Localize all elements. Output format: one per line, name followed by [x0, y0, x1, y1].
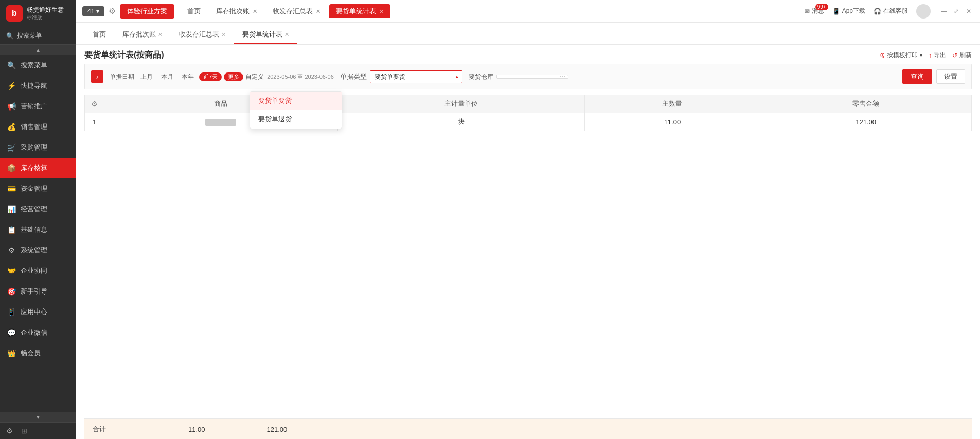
dropdown-item-order[interactable]: 要货单要货: [250, 92, 342, 110]
filter-bar: › 单据日期 上月 本月 本年 近7天 更多 自定义 2023-05-06 至 …: [84, 64, 972, 89]
date-shortcuts: 上月 本月 本年 近7天 更多 自定义: [137, 71, 264, 82]
sidebar-item-label: 快捷导航: [21, 81, 47, 90]
sidebar-search[interactable]: 🔍 搜索菜单: [0, 27, 76, 45]
print-button[interactable]: 🖨 按模板打印 ▾: [879, 51, 922, 60]
ph-tab-close-icon[interactable]: ✕: [158, 31, 163, 38]
sidebar-item-wechat[interactable]: 💬 企业微信: [0, 322, 76, 343]
tab-count-badge: 41 ▾: [82, 6, 104, 16]
sidebar-item-member[interactable]: 👑 畅会员: [0, 343, 76, 363]
column-amount: 零售金额: [760, 95, 972, 113]
search-icon: 🔍: [6, 60, 16, 70]
type-dropdown: 要货单要货 要货单退货: [250, 91, 342, 129]
sidebar-item-sales[interactable]: 💰 销售管理: [0, 117, 76, 137]
service-icon: 🎧: [874, 8, 881, 15]
column-settings-icon[interactable]: ⚙: [91, 100, 98, 108]
warehouse-filter-group: 要货仓库: [469, 72, 568, 81]
print-dropdown-icon[interactable]: ▾: [920, 52, 922, 58]
sidebar-item-label: 系统管理: [21, 246, 47, 255]
table-row: 1 块 11.00 121.00: [85, 113, 972, 131]
sidebar-item-basic[interactable]: 📋 基础信息: [0, 220, 76, 240]
tab-close-icon[interactable]: ✕: [379, 8, 384, 15]
refresh-button[interactable]: ↺ 刷新: [952, 51, 972, 60]
close-button[interactable]: ✕: [964, 6, 974, 16]
page-tab-库存批次账[interactable]: 库存批次账 ✕: [114, 26, 171, 44]
maximize-button[interactable]: ⤢: [951, 6, 961, 16]
tab-close-icon[interactable]: ✕: [316, 8, 320, 15]
sidebar-item-guide[interactable]: 🎯 新手引导: [0, 281, 76, 302]
tab-label: 首页: [187, 7, 201, 16]
page-content: 要货单统计表(按商品) 🖨 按模板打印 ▾ ↑ 导出 ↺ 刷新 ›: [76, 45, 980, 439]
tab-库存批次账[interactable]: 库存批次账✕: [209, 4, 264, 18]
dropdown-item-return[interactable]: 要货单退货: [250, 110, 342, 129]
marketing-icon: 📢: [6, 101, 16, 112]
tab-label: 库存批次账: [216, 7, 250, 16]
sidebar-item-marketing[interactable]: 📢 营销推广: [0, 96, 76, 117]
sidebar-item-inventory[interactable]: 📦 库存核算: [0, 158, 76, 178]
ph-tab-close-icon[interactable]: ✕: [284, 31, 289, 38]
date-recent-7[interactable]: 近7天: [199, 72, 222, 81]
sidebar-item-enterprise[interactable]: 🤝 企业协同: [0, 261, 76, 281]
user-avatar[interactable]: [916, 4, 931, 19]
appstore-icon: 📱: [6, 307, 16, 317]
sidebar-item-label: 销售管理: [21, 122, 47, 132]
date-more[interactable]: 更多: [224, 72, 243, 81]
sidebar-item-label: 库存核算: [21, 163, 47, 173]
column-unit: 主计量单位: [337, 95, 584, 113]
nav-scroll-up[interactable]: ▲: [0, 45, 76, 55]
column-qty: 主数量: [584, 95, 760, 113]
online-service-button[interactable]: 🎧 在线客服: [874, 7, 908, 15]
warehouse-select[interactable]: [496, 75, 568, 79]
app-download-button[interactable]: 📱 App下载: [832, 7, 865, 15]
page-tab-首页[interactable]: 首页: [84, 26, 114, 44]
sidebar-bottom: ⚙ ⊞: [0, 422, 76, 439]
sidebar-nav: 🔍 搜索菜单 ⚡ 快捷导航 📢 营销推广 💰 销售管理 🛒 采购管理 📦 库存核…: [0, 55, 76, 412]
ph-tab-label: 收发存汇总表: [179, 30, 219, 39]
sidebar-item-system[interactable]: ⚙ 系统管理: [0, 240, 76, 261]
settings-gear-icon[interactable]: ⚙: [109, 6, 116, 16]
tab-首页[interactable]: 首页: [181, 4, 207, 18]
date-this-month[interactable]: 本月: [158, 71, 176, 82]
data-table: ⚙ 商品 主计量单位 主数量 零售金额 1 块 11.00: [84, 95, 972, 131]
sidebar-item-label: 新手引导: [21, 287, 47, 296]
data-table-container: ⚙ 商品 主计量单位 主数量 零售金额 1 块 11.00: [84, 95, 972, 418]
sidebar-item-operations[interactable]: 📊 经营管理: [0, 199, 76, 220]
search-icon: 🔍: [6, 32, 14, 40]
page-tab-要货单统计表[interactable]: 要货单统计表 ✕: [234, 26, 297, 44]
tab-close-icon[interactable]: ✕: [253, 8, 257, 15]
settings-icon[interactable]: ⚙: [6, 427, 13, 435]
collapse-icon[interactable]: ⊞: [21, 427, 27, 435]
sidebar-item-label: 应用中心: [21, 307, 47, 317]
sidebar-item-appstore[interactable]: 📱 应用中心: [0, 302, 76, 322]
main-area: 41 ▾ ⚙ 体验行业方案 首页库存批次账✕收发存汇总表✕要货单统计表✕ ✉ 消…: [76, 0, 980, 439]
date-this-year[interactable]: 本年: [179, 71, 197, 82]
dropdown-icon[interactable]: ▾: [96, 8, 99, 15]
date-custom[interactable]: 自定义: [245, 72, 264, 81]
sidebar: b 畅捷通好生意 标准版 🔍 搜索菜单 ▲ 🔍 搜索菜单 ⚡ 快捷导航 📢 营销…: [0, 0, 76, 439]
message-icon: ✉: [805, 8, 810, 15]
tab-要货单统计表[interactable]: 要货单统计表✕: [329, 4, 390, 18]
setting-button[interactable]: 设置: [936, 69, 965, 84]
query-button[interactable]: 查询: [902, 69, 932, 84]
messages-button[interactable]: ✉ 消息 99+: [805, 7, 824, 15]
trial-button[interactable]: 体验行业方案: [120, 4, 174, 19]
sidebar-item-finance[interactable]: 💳 资金管理: [0, 178, 76, 199]
type-select[interactable]: 要货单要货: [370, 70, 462, 83]
sidebar-item-search[interactable]: 🔍 搜索菜单: [0, 55, 76, 76]
date-last-month[interactable]: 上月: [137, 71, 156, 82]
sidebar-item-label: 搜索菜单: [21, 61, 47, 70]
export-button[interactable]: ↑ 导出: [929, 51, 946, 60]
ph-tab-close-icon[interactable]: ✕: [221, 31, 226, 38]
minimize-button[interactable]: —: [939, 6, 949, 16]
page-tab-收发存汇总表[interactable]: 收发存汇总表 ✕: [171, 26, 234, 44]
enterprise-icon: 🤝: [6, 266, 16, 276]
date-filter-group: 单据日期 上月 本月 本年 近7天 更多 自定义 2023-05-06 至 20…: [110, 71, 334, 82]
filter-expand-button[interactable]: ›: [91, 70, 103, 83]
export-icon: ↑: [929, 52, 932, 59]
topbar: 41 ▾ ⚙ 体验行业方案 首页库存批次账✕收发存汇总表✕要货单统计表✕ ✉ 消…: [76, 0, 980, 23]
tab-收发存汇总表[interactable]: 收发存汇总表✕: [266, 4, 327, 18]
topbar-right: ✉ 消息 99+ 📱 App下载 🎧 在线客服 — ⤢ ✕: [805, 4, 974, 19]
sidebar-item-quick[interactable]: ⚡ 快捷导航: [0, 76, 76, 96]
nav-scroll-down[interactable]: ▼: [0, 412, 76, 422]
inventory-icon: 📦: [6, 163, 16, 173]
sidebar-item-purchase[interactable]: 🛒 采购管理: [0, 137, 76, 158]
